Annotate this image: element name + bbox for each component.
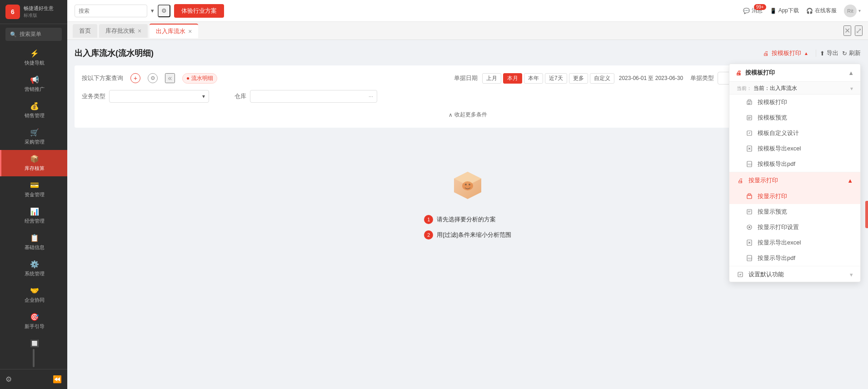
refresh-label: 刷新 (849, 49, 861, 57)
sidebar-item-basics[interactable]: 📋 基础信息 (0, 229, 67, 255)
dropdown-template-export-excel[interactable]: 按模板导出excel (729, 141, 860, 156)
topbar-search-input[interactable] (75, 5, 147, 17)
topbar-settings-button[interactable]: ⚙ (158, 5, 170, 17)
sidebar-item-system[interactable]: ⚙️ 系统管理 (0, 255, 67, 282)
svg-rect-21 (748, 212, 750, 212)
right-edge-indicator (865, 201, 868, 228)
svg-text:PDF: PDF (748, 163, 753, 166)
dropdown-display-print-settings[interactable]: 按显示打印设置 (729, 219, 860, 235)
dropdown-template-export-pdf[interactable]: PDF 按模板导出pdf (729, 156, 860, 172)
dropdown-title-label: 按模板打印 (745, 69, 775, 77)
svg-rect-10 (748, 117, 751, 117)
dropdown-collapse-arrow[interactable]: ▲ (848, 70, 854, 76)
chevron-down-icon: ▾ (151, 7, 154, 14)
dropdown-display-print[interactable]: 按显示打印 (729, 189, 860, 204)
operations-icon: 📊 (30, 207, 39, 216)
date-btn-this-year[interactable]: 本年 (524, 73, 543, 84)
filter-settings-button[interactable]: ⚙ (148, 73, 158, 83)
sidebar-item-quick-nav[interactable]: ⚡ 快捷导航 (0, 45, 67, 71)
tab-inout-flow[interactable]: 出入库流水 × (150, 24, 198, 38)
set-default-icon (737, 271, 744, 278)
sidebar-item-purchase[interactable]: 🛒 采购管理 (0, 124, 67, 150)
filter-add-button[interactable]: + (130, 73, 140, 83)
logo-icon: 6 (5, 5, 20, 19)
set-default-label: 设置默认功能 (748, 270, 845, 279)
template-custom-label: 模板自定义设计 (758, 129, 799, 137)
page-content-area: 出入库流水(流水明细) 🖨 按模板打印 ▲ ⬆ 导出 ↻ 刷新 (67, 40, 868, 389)
dropdown-template-custom[interactable]: 模板自定义设计 (729, 125, 860, 141)
display-excel-label: 按显示导出excel (758, 239, 801, 247)
search-menu-button[interactable]: 🔍 搜索菜单 (5, 28, 62, 41)
empty-step-1-text: 请先选择要分析的方案 (437, 215, 496, 224)
sidebar-item-guide[interactable]: 🎯 新手引导 (0, 308, 67, 334)
avatar: Rit (844, 5, 857, 17)
current-value: 当前：出入库流水 (753, 85, 850, 92)
sidebar-item-sales[interactable]: 💰 销售管理 (0, 97, 67, 124)
cooperation-icon: 🤝 (30, 286, 39, 295)
empty-step-2: 2 用[过滤]条件来缩小分析范围 (424, 230, 511, 239)
current-chevron-icon[interactable]: ▾ (850, 85, 853, 92)
industry-btn[interactable]: 体验行业方案 (174, 4, 224, 18)
print-dropdown-button[interactable]: 🖨 按模板打印 ▲ (759, 47, 812, 59)
template-preview-label: 按模板预览 (758, 114, 787, 122)
svg-point-23 (748, 226, 750, 228)
tab-inout-flow-close[interactable]: × (188, 28, 192, 35)
tab-inventory-batch-close[interactable]: × (138, 28, 141, 34)
sidebar-item-finance[interactable]: 💳 资金管理 (0, 176, 67, 203)
sidebar-item-inventory[interactable]: 📦 库存核算 (0, 150, 67, 176)
page-expand-button[interactable]: ⤢ (855, 25, 863, 36)
display-section-icon: 🖨 (737, 177, 744, 184)
current-label: 当前： (737, 85, 752, 92)
app-logo: 6 畅捷通好生意 标准版 (0, 0, 67, 24)
tab-home-label: 首页 (79, 27, 91, 35)
print-header-icon: 🖨 (736, 70, 742, 76)
sidebar-item-marketing[interactable]: 📢 营销推广 (0, 71, 67, 97)
business-type-select[interactable]: ▾ (109, 90, 209, 103)
export-button[interactable]: ⬆ 导出 (820, 49, 838, 57)
tab-home[interactable]: 首页 (73, 24, 97, 38)
date-quick-buttons: 上月 本月 本年 近7天 更多 自定义 (482, 73, 614, 84)
dropdown-set-default[interactable]: 设置默认功能 ▾ (729, 266, 860, 282)
print-dropdown-panel: 🖨 按模板打印 ▲ 当前： 当前：出入库流水 ▾ 按模板打印 (729, 64, 861, 282)
dropdown-template-print[interactable]: 按模板打印 (729, 95, 860, 110)
date-btn-more[interactable]: 更多 (569, 73, 588, 84)
refresh-button[interactable]: ↻ 刷新 (842, 49, 861, 57)
warehouse-more-icon[interactable]: ··· (369, 93, 373, 100)
sidebar-bottom: ⚙ ⏪ (0, 369, 67, 389)
sidebar-item-operations[interactable]: 📊 经营管理 (0, 203, 67, 229)
dropdown-template-preview[interactable]: 按模板预览 (729, 110, 860, 125)
dropdown-display-section[interactable]: 🖨 按显示打印 ▲ (729, 172, 860, 189)
online-service-label: 在线客服 (815, 7, 837, 15)
dropdown-display-export-pdf[interactable]: PDF 按显示导出pdf (729, 250, 860, 266)
dropdown-display-export-excel[interactable]: 按显示导出excel (729, 235, 860, 250)
date-btn-custom[interactable]: 自定义 (590, 73, 614, 84)
date-range-display: 2023-06-01 至 2023-06-30 (619, 75, 683, 82)
sidebar-item-label: 快捷导航 (25, 60, 45, 66)
display-preview-label: 按显示预览 (758, 208, 787, 216)
sidebar-item-apps[interactable]: 🔲 应用中心 (0, 334, 67, 347)
display-section-arrow: ▲ (847, 177, 853, 184)
sidebar-item-label: 新手引导 (25, 323, 45, 330)
template-excel-icon (746, 145, 753, 152)
settings-bottom-button[interactable]: ⚙ (5, 375, 12, 384)
display-section-label: 按显示打印 (748, 176, 843, 185)
tab-inventory-batch[interactable]: 库存批次账 × (99, 24, 148, 38)
filter-collapse-left-button[interactable]: « (165, 73, 175, 83)
user-avatar-area[interactable]: Rit ▾ (844, 5, 861, 17)
page-close-button[interactable]: ✕ (843, 25, 851, 36)
display-pdf-label: 按显示导出pdf (758, 254, 795, 262)
dropdown-display-preview[interactable]: 按显示预览 (729, 204, 860, 219)
date-btn-this-month[interactable]: 本月 (503, 73, 522, 84)
warehouse-select[interactable]: ··· (250, 90, 377, 103)
app-download-button[interactable]: 📱 App下载 (770, 7, 799, 15)
step-2-num: 2 (424, 230, 433, 239)
collapse-sidebar-button[interactable]: ⏪ (53, 375, 62, 384)
message-button[interactable]: 💬 消息 99+ (743, 7, 763, 15)
topbar-right: 💬 消息 99+ 📱 App下载 🎧 在线客服 Rit ▾ (743, 5, 861, 17)
topbar-dropdown-button[interactable]: ▾ (151, 7, 154, 14)
empty-step-2-text: 用[过滤]条件来缩小分析范围 (437, 231, 511, 239)
online-service-button[interactable]: 🎧 在线客服 (806, 7, 837, 15)
sidebar-item-cooperation[interactable]: 🤝 企业协同 (0, 282, 67, 308)
date-btn-7days[interactable]: 近7天 (545, 73, 567, 84)
date-btn-last-month[interactable]: 上月 (482, 73, 501, 84)
